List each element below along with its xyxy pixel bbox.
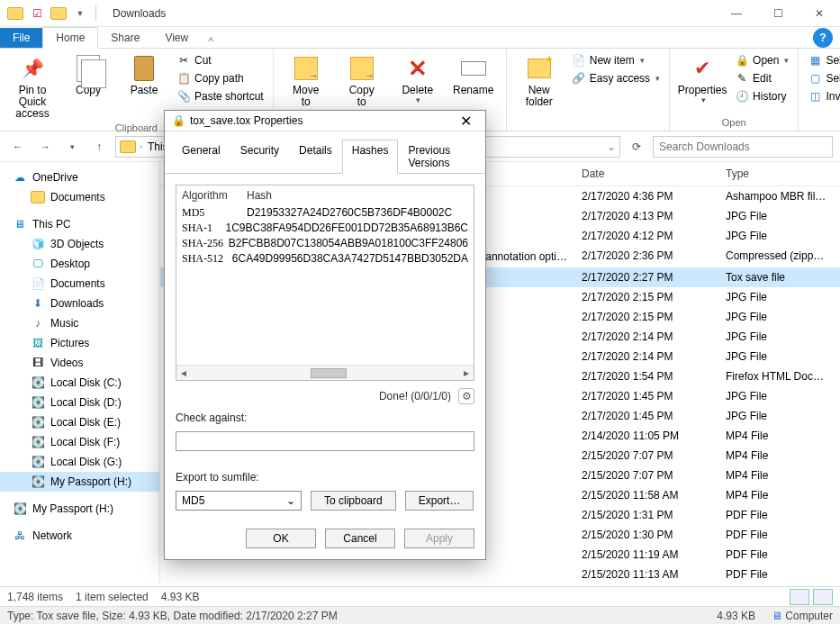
tree-videos[interactable]: 🎞Videos — [0, 353, 159, 373]
scroll-left-icon[interactable]: ◂ — [176, 366, 191, 379]
qat-check-icon[interactable]: ☑ — [27, 4, 47, 23]
maximize-button[interactable]: ☐ — [757, 0, 799, 27]
column-type[interactable]: Type — [718, 162, 840, 185]
file-type: JPG File — [718, 408, 840, 424]
history-button[interactable]: 🕘History — [733, 88, 790, 104]
copy-path-button[interactable]: 📋Copy path — [175, 70, 266, 86]
pin-to-quick-access-button[interactable]: 📌Pin to Quick access — [7, 52, 58, 121]
help-icon[interactable]: ? — [813, 28, 833, 48]
tab-file[interactable]: File — [0, 28, 42, 48]
tree-onedrive[interactable]: ☁OneDrive — [0, 167, 159, 187]
minimize-button[interactable]: — — [716, 0, 757, 27]
search-input[interactable] — [653, 136, 833, 158]
cancel-button[interactable]: Cancel — [325, 529, 395, 548]
invert-selection-button[interactable]: ◫Invert selection — [806, 88, 840, 104]
window-title: Downloads — [105, 7, 166, 20]
tree-pictures[interactable]: 🖼Pictures — [0, 333, 159, 353]
properties-dialog: 🔒 tox_save.tox Properties ✕ General Secu… — [164, 110, 486, 560]
dtab-previous-versions[interactable]: Previous Versions — [398, 140, 478, 174]
file-date: 2/17/2020 2:14 PM — [574, 348, 718, 365]
tab-share[interactable]: Share — [98, 28, 152, 48]
rename-button[interactable]: Rename — [448, 52, 499, 96]
export-button[interactable]: Export… — [405, 491, 474, 511]
tree-my-passport-1[interactable]: 💽My Passport (H:) — [0, 472, 159, 492]
dtab-security[interactable]: Security — [230, 140, 289, 174]
scroll-thumb[interactable] — [311, 368, 347, 378]
move-to-button[interactable]: Move to — [281, 52, 331, 117]
tree-documents2[interactable]: 📄Documents — [0, 274, 159, 294]
paste-shortcut-button[interactable]: 📎Paste shortcut — [175, 88, 266, 104]
tree-documents[interactable]: Documents — [0, 187, 159, 207]
paste-button[interactable]: Paste — [119, 52, 169, 96]
select-all-button[interactable]: ▦Select all — [806, 52, 840, 68]
ok-button[interactable]: OK — [246, 529, 316, 548]
ribbon-collapse-icon[interactable]: ^ — [201, 35, 221, 48]
hash-algorithm: MD5 — [182, 206, 247, 220]
new-folder-button[interactable]: New folder — [514, 52, 565, 108]
hash-row[interactable]: SHA-256B2FCBB8D07C138054ABB9A018100C3FF2… — [176, 236, 474, 251]
close-button[interactable]: ✕ — [799, 0, 840, 27]
forward-button[interactable]: → — [34, 136, 56, 158]
select-none-button[interactable]: ▢Select none — [806, 70, 840, 86]
qat-folder2-icon[interactable] — [49, 4, 68, 23]
view-icons-button[interactable] — [813, 589, 833, 605]
to-clipboard-button[interactable]: To clipboard — [311, 491, 396, 511]
done-status: Done! (0/0/1/0) — [379, 390, 451, 402]
scroll-right-icon[interactable]: ▸ — [459, 366, 474, 379]
open-button[interactable]: 🔒Open — [733, 52, 790, 68]
dtab-hashes[interactable]: Hashes — [342, 140, 399, 174]
hash-row[interactable]: SHA-5126CA49D99956D38CA3A7427D5147BBD305… — [176, 251, 474, 267]
apply-button[interactable]: Apply — [404, 529, 474, 548]
gear-icon[interactable]: ⚙ — [458, 388, 474, 404]
refresh-button[interactable]: ⟳ — [626, 140, 647, 153]
address-dropdown-icon[interactable]: ⌄ — [607, 140, 616, 153]
up-button[interactable]: ↑ — [88, 136, 110, 158]
tree-3d-objects[interactable]: 🧊3D Objects — [0, 234, 159, 254]
dtab-details[interactable]: Details — [289, 140, 342, 174]
folder-icon — [120, 140, 136, 153]
titlebar: ☑ ▼ Downloads — ☐ ✕ — [0, 0, 840, 27]
status-size2: 4.93 KB — [717, 610, 755, 622]
new-item-button[interactable]: 📄New item — [570, 52, 662, 68]
recent-button[interactable]: ▾ — [61, 136, 83, 158]
properties-button[interactable]: ✔Properties — [677, 52, 727, 105]
tree-desktop[interactable]: 🖵Desktop — [0, 254, 159, 274]
qat-folder-icon[interactable] — [5, 4, 25, 23]
copy-button[interactable]: Copy — [63, 52, 113, 96]
tree-downloads[interactable]: ⬇Downloads — [0, 294, 159, 313]
tree-this-pc[interactable]: 🖥This PC — [0, 214, 159, 234]
copy-to-button[interactable]: Copy to — [337, 52, 387, 117]
chevron-right-icon: › — [140, 142, 142, 151]
tree-local-disk-f[interactable]: 💽Local Disk (F:) — [0, 432, 159, 452]
check-against-input[interactable] — [176, 431, 474, 451]
file-type: JPG File — [718, 289, 840, 305]
dialog-close-button[interactable]: ✕ — [453, 113, 478, 130]
tree-my-passport-2[interactable]: 💽My Passport (H:) — [0, 499, 159, 519]
column-date[interactable]: Date — [574, 162, 718, 185]
dtab-general[interactable]: General — [172, 140, 230, 174]
tree-music[interactable]: ♪Music — [0, 313, 159, 333]
tree-local-disk-e[interactable]: 💽Local Disk (E:) — [0, 412, 159, 432]
tree-local-disk-g[interactable]: 💽Local Disk (G:) — [0, 452, 159, 472]
file-date: 2/17/2020 2:36 PM — [574, 248, 718, 266]
export-format-combo[interactable]: MD5⌄ — [176, 491, 302, 511]
hash-scrollbar[interactable]: ◂ ▸ — [176, 365, 474, 380]
tab-view[interactable]: View — [152, 28, 201, 48]
qat-overflow-icon[interactable]: ▼ — [70, 4, 90, 23]
hash-row[interactable]: SHA-11C9BC38FA954DD26FE001DD72B35A68913B… — [176, 221, 474, 236]
tree-network[interactable]: 🖧Network — [0, 526, 159, 546]
edit-button[interactable]: ✎Edit — [733, 70, 790, 86]
tree-local-disk-c[interactable]: 💽Local Disk (C:) — [0, 373, 159, 393]
table-row[interactable]: 2/15/2020 11:13 AMPDF File — [160, 565, 840, 584]
group-select-label: Select — [806, 115, 840, 131]
tab-home[interactable]: Home — [42, 27, 98, 49]
hash-row[interactable]: MD5D21953327A24D2760C5B736DF4B0002C — [176, 205, 474, 221]
file-type: JPG File — [718, 309, 840, 325]
cut-button[interactable]: ✂Cut — [175, 52, 266, 68]
back-button[interactable]: ← — [7, 136, 29, 158]
easy-access-button[interactable]: 🔗Easy access — [570, 70, 662, 86]
tree-local-disk-d[interactable]: 💽Local Disk (D:) — [0, 393, 159, 412]
delete-button[interactable]: ✕Delete — [393, 52, 443, 105]
view-details-button[interactable] — [790, 589, 809, 605]
hash-algorithm: SHA-512 — [182, 252, 232, 266]
